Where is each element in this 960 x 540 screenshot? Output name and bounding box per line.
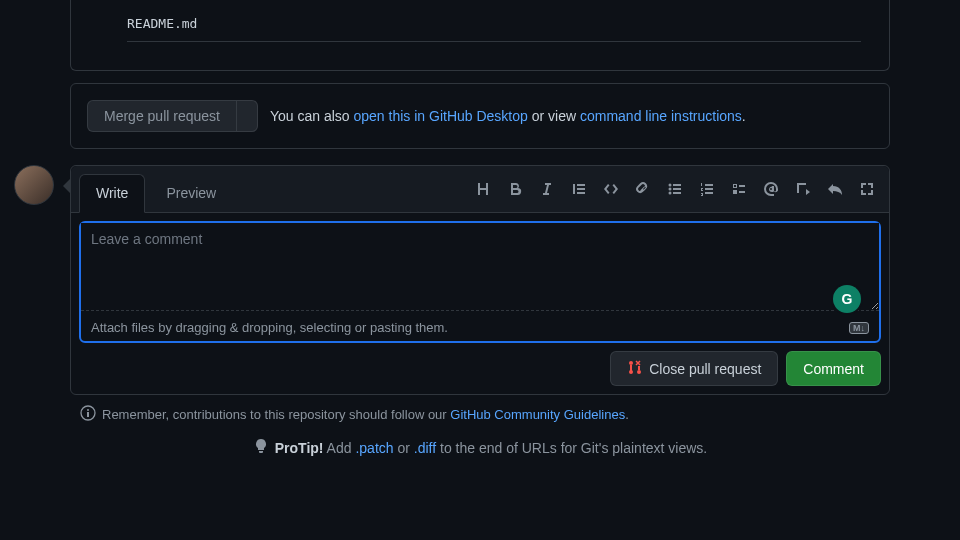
diff-link[interactable]: .diff [414,440,436,456]
text: to the end of URLs for Git's plaintext v… [436,440,707,456]
attach-bar[interactable]: Attach files by dragging & dropping, sel… [81,314,879,341]
expand-icon[interactable] [859,181,875,197]
cli-instructions-link[interactable]: command line instructions [580,108,742,124]
grammarly-badge[interactable]: G [833,285,861,313]
svg-point-7 [87,409,89,411]
close-pr-label: Close pull request [649,361,761,377]
info-icon [80,405,96,424]
numbered-list-icon[interactable] [699,181,715,197]
grammarly-letter: G [842,291,853,307]
merge-alt-text: You can also open this in GitHub Desktop… [270,108,746,124]
editor-tabs: Write Preview [71,166,233,212]
comment-textarea[interactable] [81,223,879,311]
close-pull-request-button[interactable]: Close pull request [610,351,778,386]
bold-icon[interactable] [507,181,523,197]
merge-panel: Merge pull request You can also open thi… [70,83,890,149]
code-icon[interactable] [603,181,619,197]
svg-point-3 [629,361,633,365]
filename: README.md [127,16,861,42]
protip: ProTip! Add .patch or .diff to the end o… [70,438,890,457]
bulleted-list-icon[interactable] [667,181,683,197]
merge-button-group: Merge pull request [87,100,258,132]
comment-textarea-wrap: G Attach files by dragging & dropping, s… [79,221,881,343]
patch-link[interactable]: .patch [355,440,393,456]
svg-point-5 [637,370,641,374]
lightbulb-icon [253,438,269,457]
git-pull-request-closed-icon [627,359,643,378]
reply-icon[interactable] [827,181,843,197]
svg-point-0 [669,184,672,187]
comment-button[interactable]: Comment [786,351,881,386]
guidelines-note: Remember, contributions to this reposito… [80,405,890,424]
mention-icon[interactable] [763,181,779,197]
text: or view [528,108,580,124]
task-list-icon[interactable] [731,181,747,197]
open-desktop-link[interactable]: open this in GitHub Desktop [354,108,528,124]
svg-point-4 [629,370,633,374]
text: . [625,407,629,422]
svg-point-1 [669,188,672,191]
svg-point-2 [669,192,672,195]
text: or [394,440,414,456]
attach-hint: Attach files by dragging & dropping, sel… [91,320,448,335]
heading-icon[interactable] [475,181,491,197]
reference-icon[interactable] [795,181,811,197]
link-icon[interactable] [635,181,651,197]
comment-box: Write Preview [70,165,890,395]
merge-dropdown-button[interactable] [237,100,258,132]
protip-label: ProTip! [275,440,324,456]
merge-pull-request-button[interactable]: Merge pull request [87,100,237,132]
tab-preview[interactable]: Preview [149,174,233,212]
guidelines-link[interactable]: GitHub Community Guidelines [450,407,625,422]
comment-area: Write Preview [70,165,890,395]
markdown-icon[interactable]: M↓ [849,322,869,334]
formatting-toolbar [475,181,881,197]
file-change-block: README.md [70,0,890,71]
tab-write[interactable]: Write [79,174,145,213]
avatar[interactable] [14,165,54,205]
text: Add [324,440,356,456]
comment-actions: Close pull request Comment [71,351,889,394]
italic-icon[interactable] [539,181,555,197]
text: Remember, contributions to this reposito… [102,407,450,422]
text: You can also [270,108,354,124]
text: . [742,108,746,124]
editor-header: Write Preview [71,166,889,213]
quote-icon[interactable] [571,181,587,197]
